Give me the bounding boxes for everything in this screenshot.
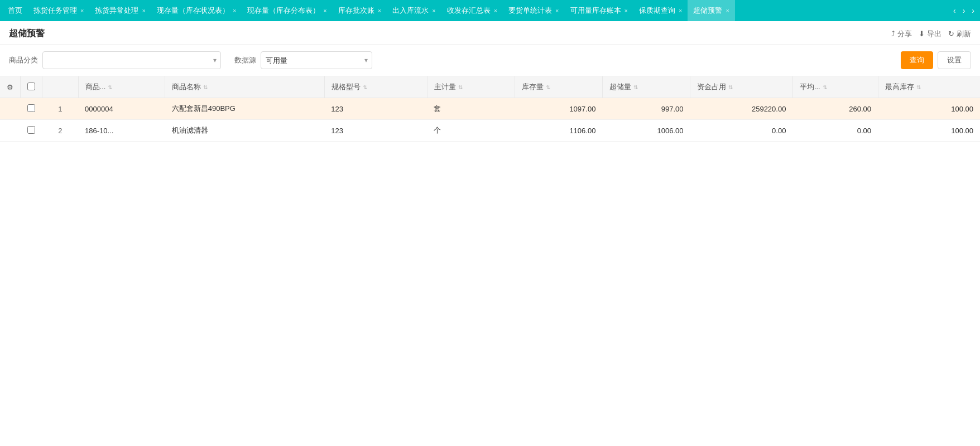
th-stock[interactable]: 库存量 ⇅ bbox=[515, 76, 602, 98]
row-avg: 0.00 bbox=[792, 120, 878, 142]
refresh-button[interactable]: ↻ 刷新 bbox=[948, 29, 971, 39]
th-unit[interactable]: 主计量 ⇅ bbox=[427, 76, 515, 98]
close-icon[interactable]: × bbox=[323, 0, 326, 21]
row-checkbox[interactable] bbox=[27, 126, 35, 134]
row-product-name: 六配套新昌490BPG bbox=[165, 98, 325, 120]
row-checkbox-cell bbox=[21, 98, 42, 120]
th-spec[interactable]: 规格型号 ⇅ bbox=[324, 76, 427, 98]
close-icon[interactable]: × bbox=[726, 0, 729, 21]
sort-icon: ⇅ bbox=[546, 84, 550, 90]
row-gear-cell bbox=[0, 120, 21, 142]
th-avg[interactable]: 平均... ⇅ bbox=[792, 76, 878, 98]
nav-expand-button[interactable]: › bbox=[968, 4, 978, 17]
page-title: 超储预警 bbox=[9, 28, 45, 40]
nav-item-stock-batch[interactable]: 库存批次账 × bbox=[333, 0, 387, 21]
row-product-code: 186-10... bbox=[78, 120, 165, 142]
row-overstock: 1006.00 bbox=[602, 120, 690, 142]
sort-icon: ⇅ bbox=[633, 84, 638, 90]
table-container: ⚙ 商品... ⇅ 商品名称 bbox=[0, 76, 980, 142]
sort-icon: ⇅ bbox=[916, 84, 921, 90]
settings-button[interactable]: 设置 bbox=[938, 51, 971, 69]
category-select[interactable] bbox=[42, 51, 221, 69]
sort-icon: ⇅ bbox=[823, 84, 827, 90]
row-unit: 个 bbox=[427, 120, 515, 142]
datasource-select[interactable]: 可用量 库存量 bbox=[261, 51, 372, 69]
nav-item-receive-send[interactable]: 收发存汇总表 × bbox=[441, 0, 503, 21]
close-icon[interactable]: × bbox=[679, 0, 682, 21]
nav-item-pick-task[interactable]: 拣货任务管理 × bbox=[28, 0, 89, 21]
row-capital: 259220.00 bbox=[690, 98, 792, 120]
share-button[interactable]: ⤴ 分享 bbox=[891, 29, 912, 39]
row-capital: 0.00 bbox=[690, 120, 792, 142]
close-icon[interactable]: × bbox=[555, 0, 559, 21]
row-spec: 123 bbox=[324, 120, 427, 142]
datasource-select-wrapper: 可用量 库存量 ▾ bbox=[261, 51, 372, 69]
close-icon[interactable]: × bbox=[233, 0, 236, 21]
nav-item-overstock[interactable]: 超储预警 × bbox=[688, 0, 734, 21]
th-capital[interactable]: 资金占用 ⇅ bbox=[690, 76, 792, 98]
nav-item-stock-dist[interactable]: 现存量（库存分布表） × bbox=[242, 0, 332, 21]
close-icon[interactable]: × bbox=[142, 0, 145, 21]
row-stock: 1097.00 bbox=[515, 98, 602, 120]
row-overstock: 997.00 bbox=[602, 98, 690, 120]
nav-prev-button[interactable]: ‹ bbox=[950, 4, 959, 17]
row-unit: 套 bbox=[427, 98, 515, 120]
th-max-stock[interactable]: 最高库存 ⇅ bbox=[878, 76, 980, 98]
row-max-stock: 100.00 bbox=[878, 98, 980, 120]
th-overstock[interactable]: 超储量 ⇅ bbox=[602, 76, 690, 98]
sort-icon: ⇅ bbox=[203, 84, 208, 90]
share-icon: ⤴ bbox=[891, 30, 895, 38]
nav-item-home[interactable]: 首页 bbox=[2, 0, 28, 21]
table-row: 1 0000004 六配套新昌490BPG 123 套 1097.00 997.… bbox=[0, 98, 980, 120]
th-product-name[interactable]: 商品名称 ⇅ bbox=[165, 76, 325, 98]
filter-actions: 查询 设置 bbox=[901, 51, 971, 69]
row-gear-cell bbox=[0, 98, 21, 120]
category-label: 商品分类 bbox=[9, 55, 38, 65]
sort-icon: ⇅ bbox=[363, 84, 367, 90]
overstock-table: ⚙ 商品... ⇅ 商品名称 bbox=[0, 76, 980, 142]
query-button[interactable]: 查询 bbox=[901, 51, 933, 69]
row-max-stock: 100.00 bbox=[878, 120, 980, 142]
top-navigation: 首页 拣货任务管理 × 拣货异常处理 × 现存量（库存状况表） × 现存量（库存… bbox=[0, 0, 980, 21]
close-icon[interactable]: × bbox=[378, 0, 381, 21]
category-select-wrapper: ▾ bbox=[42, 51, 221, 69]
close-icon[interactable]: × bbox=[80, 0, 84, 21]
page-content: 超储预警 ⤴ 分享 ⬇ 导出 ↻ 刷新 商品分类 ▾ bbox=[0, 21, 980, 446]
nav-item-order-stats[interactable]: 要货单统计表 × bbox=[503, 0, 564, 21]
row-avg: 260.00 bbox=[792, 98, 878, 120]
page-header: 超储预警 ⤴ 分享 ⬇ 导出 ↻ 刷新 bbox=[0, 21, 980, 45]
refresh-icon: ↻ bbox=[948, 30, 954, 38]
sort-icon: ⇅ bbox=[458, 84, 463, 90]
nav-item-pick-exception[interactable]: 拣货异常处理 × bbox=[89, 0, 151, 21]
header-actions: ⤴ 分享 ⬇ 导出 ↻ 刷新 bbox=[891, 29, 971, 39]
filter-area: 商品分类 ▾ 数据源 可用量 库存量 ▾ 查询 设置 bbox=[0, 45, 980, 76]
export-icon: ⬇ bbox=[919, 30, 925, 38]
row-stock: 1106.00 bbox=[515, 120, 602, 142]
category-filter: 商品分类 ▾ bbox=[9, 51, 221, 69]
datasource-filter: 数据源 可用量 库存量 ▾ bbox=[234, 51, 372, 69]
close-icon[interactable]: × bbox=[624, 0, 628, 21]
row-product-code: 0000004 bbox=[78, 98, 165, 120]
row-number: 2 bbox=[42, 120, 79, 142]
th-row-num bbox=[42, 76, 79, 98]
row-number: 1 bbox=[42, 98, 79, 120]
nav-item-stock-status[interactable]: 现存量（库存状况表） × bbox=[151, 0, 242, 21]
gear-column-header: ⚙ bbox=[0, 76, 21, 98]
close-icon[interactable]: × bbox=[494, 0, 497, 21]
export-button[interactable]: ⬇ 导出 bbox=[919, 29, 941, 39]
row-checkbox[interactable] bbox=[27, 104, 35, 112]
nav-item-available-stock[interactable]: 可用量库存账本 × bbox=[565, 0, 633, 21]
nav-item-inout-flow[interactable]: 出入库流水 × bbox=[387, 0, 441, 21]
sort-icon: ⇅ bbox=[108, 84, 112, 90]
checkbox-column-header bbox=[21, 76, 42, 98]
select-all-checkbox[interactable] bbox=[27, 83, 35, 90]
nav-item-quality-period[interactable]: 保质期查询 × bbox=[633, 0, 688, 21]
sort-icon: ⇅ bbox=[728, 84, 733, 90]
row-product-name: 机油滤清器 bbox=[165, 120, 325, 142]
settings-gear-icon[interactable]: ⚙ bbox=[7, 83, 13, 91]
nav-next-button[interactable]: › bbox=[959, 4, 969, 17]
row-spec: 123 bbox=[324, 98, 427, 120]
th-product-code[interactable]: 商品... ⇅ bbox=[78, 76, 165, 98]
close-icon[interactable]: × bbox=[432, 0, 435, 21]
datasource-label: 数据源 bbox=[234, 55, 256, 65]
